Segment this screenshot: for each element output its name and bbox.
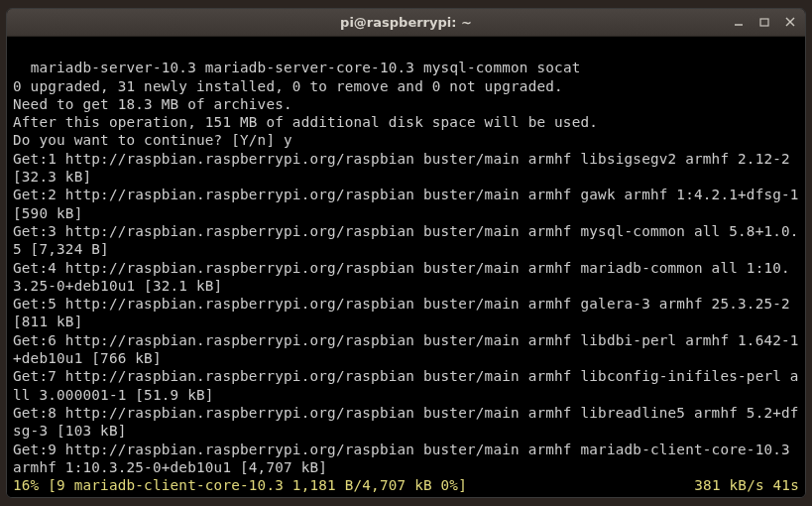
terminal-line: Get:4 http://raspbian.raspberrypi.org/ra… [13,260,790,294]
progress-left: 16% [9 mariadb-client-core-10.3 1,181 B/… [13,477,467,493]
minimize-button[interactable] [730,13,748,31]
window-title: pi@raspberrypi: ~ [340,15,472,30]
progress-right: 381 kB/s 41s [694,476,799,494]
close-icon [785,17,795,27]
maximize-button[interactable] [755,13,773,31]
terminal-line: 0 upgraded, 31 newly installed, 0 to rem… [13,78,563,94]
terminal-line: Get:2 http://raspbian.raspberrypi.org/ra… [13,187,805,220]
terminal-line: Get:6 http://raspbian.raspberrypi.org/ra… [13,332,799,366]
terminal-line: Get:8 http://raspbian.raspberrypi.org/ra… [13,405,799,439]
terminal-body[interactable]: mariadb-server-10.3 mariadb-server-core-… [7,37,805,497]
terminal-line: Do you want to continue? [Y/n] y [13,132,292,148]
terminal-line: After this operation, 151 MB of addition… [13,114,598,130]
terminal-line: Need to get 18.3 MB of archives. [13,96,292,112]
terminal-line: mariadb-server-10.3 mariadb-server-core-… [13,60,581,75]
terminal-line: Get:7 http://raspbian.raspberrypi.org/ra… [13,368,799,402]
maximize-icon [759,17,769,27]
svg-rect-1 [760,19,768,26]
terminal-window: pi@raspberrypi: ~ mariadb-server-10.3 ma… [6,8,806,498]
terminal-line: Get:9 http://raspbian.raspberrypi.org/ra… [13,442,799,475]
terminal-line: Get:1 http://raspbian.raspberrypi.org/ra… [13,151,799,185]
window-controls [730,13,799,31]
terminal-line: Get:5 http://raspbian.raspberrypi.org/ra… [13,296,799,329]
close-button[interactable] [781,13,799,31]
minimize-icon [734,17,744,27]
progress-status: 16% [9 mariadb-client-core-10.3 1,181 B/… [13,477,467,493]
terminal-line: Get:3 http://raspbian.raspberrypi.org/ra… [13,223,799,257]
titlebar[interactable]: pi@raspberrypi: ~ [7,9,805,37]
